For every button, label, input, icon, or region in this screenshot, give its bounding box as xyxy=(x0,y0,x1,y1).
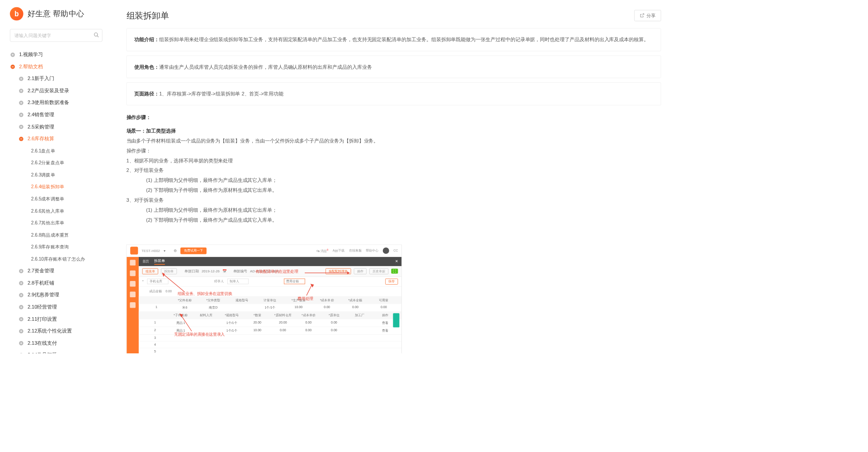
intro-text: 组装拆卸单用来处理企业组装或拆卸等加工业务，支持有固定装配清单的产品加工业务，也… xyxy=(159,37,649,43)
ss-tab-home: 首页 xyxy=(142,259,150,264)
arrow-icon xyxy=(178,314,199,333)
ss-annot-1: 有装配清单的在这里处理 xyxy=(255,269,298,274)
nav-label: 2.2产品安装及登录 xyxy=(28,88,69,94)
step-3-1: (1) 上部明细为父件明细，最终作为原材料生成其它出库单； xyxy=(127,205,661,215)
nav-label: 2.6.5成本调整单 xyxy=(31,196,64,202)
role-card: 使用角色：通常由生产人员或库管人员完成拆装业务的操作，库管人员确认原材料的出库和… xyxy=(127,55,661,78)
plus-icon xyxy=(19,76,24,82)
ss-parent-row: 1米6南京D1个/1个10.000.000.000.00 xyxy=(139,304,401,312)
minus-icon xyxy=(10,64,16,70)
logo-icon: b xyxy=(10,7,24,21)
nav-2-6-1[interactable]: 2.6.1盘点单 xyxy=(10,145,103,157)
nav-label: 2.6.6其他入库单 xyxy=(31,208,64,214)
nav-tree: 1.视频学习 2.帮助文档 2.1新手入门 2.2产品安装及登录 2.3使用前数… xyxy=(10,49,103,353)
step-2-1: (1) 上部明细为父件明细，最终作为产成品生成其它入库单； xyxy=(127,175,661,185)
nav-2-2[interactable]: 2.2产品安装及登录 xyxy=(10,85,103,97)
ss-trial-button: 免费试用一下 xyxy=(180,247,207,254)
nav-video[interactable]: 1.视频学习 xyxy=(10,49,103,61)
nav-2-6-4[interactable]: 2.6.4组装拆卸单 xyxy=(10,181,103,193)
main-content: 组装拆卸单 分享 功能介绍：组装拆卸单用来处理企业组装或拆卸等加工业务，支持有固… xyxy=(109,0,678,353)
brand-title: 好生意 帮助中心 xyxy=(28,9,84,19)
gear-icon: ⚙ xyxy=(174,249,177,253)
ss-expand-icon: ⛶ xyxy=(392,269,398,274)
nav-2-13[interactable]: 2.13在线支付 xyxy=(10,337,103,349)
nav-2-6-9[interactable]: 2.6.9库存账本查询 xyxy=(10,241,103,253)
nav-label: 2.12系统个性化设置 xyxy=(28,328,72,334)
nav-2-6-10[interactable]: 2.6.10库存账本错了怎么办 xyxy=(10,253,103,265)
nav-label: 2.6.8商品成本重算 xyxy=(31,232,69,238)
ss-child-row: 5 xyxy=(139,348,401,353)
svg-marker-22 xyxy=(162,272,165,276)
step-2-2: (2) 下部明细为子件明细，最终作为原材料生成其它出库单。 xyxy=(127,185,661,195)
plus-icon xyxy=(19,281,24,286)
search-icon[interactable] xyxy=(94,32,99,38)
doc-icon xyxy=(130,270,136,276)
nav-label: 1.视频学习 xyxy=(19,52,43,58)
nav-2-10[interactable]: 2.10经营管理 xyxy=(10,301,103,314)
arrow-icon xyxy=(160,272,189,294)
nav-label: 2.8手机旺铺 xyxy=(28,280,54,286)
nav-2-6-3[interactable]: 2.6.3调拨单 xyxy=(10,169,103,181)
search-input[interactable] xyxy=(10,29,103,42)
nav-2-6[interactable]: 2.6库存核算 xyxy=(10,133,103,145)
plus-icon xyxy=(19,88,24,94)
nav-label: 2.11打印设置 xyxy=(28,316,57,322)
ss-history-btn: 历史单据 xyxy=(369,268,388,274)
role-label: 使用角色： xyxy=(135,64,160,70)
ss-fee: 费用金额 xyxy=(284,279,305,285)
nav-2-5[interactable]: 2.5采购管理 xyxy=(10,121,103,133)
plus-icon xyxy=(10,52,16,58)
nav-label: 2.4销售管理 xyxy=(28,112,54,118)
nav-2-9[interactable]: 2.9优惠券管理 xyxy=(10,289,103,301)
nav-docs[interactable]: 2.帮助文档 xyxy=(10,61,103,73)
nav-2-1[interactable]: 2.1新手入门 xyxy=(10,73,103,85)
money-icon xyxy=(130,302,136,308)
nav-label: 2.14常见问题 xyxy=(28,352,57,353)
nav-2-6-8[interactable]: 2.6.8商品成本重算 xyxy=(10,229,103,241)
plus-icon xyxy=(19,292,24,298)
ss-handler-lbl: 经手人 xyxy=(214,279,224,284)
ss-app: App下载 xyxy=(333,248,345,253)
minus-icon xyxy=(19,136,24,142)
path-label: 页面路径： xyxy=(135,91,160,97)
nav-2-6-2[interactable]: 2.6.2分量盘点单 xyxy=(10,157,103,169)
nav-label: 2.9优惠券管理 xyxy=(28,292,59,298)
plus-icon xyxy=(19,340,24,346)
role-text: 通常由生产人员或库管人员完成拆装业务的操作，库管人员确认原材料的出库和产成品的入… xyxy=(159,64,372,70)
page-title: 组装拆卸单 xyxy=(127,10,169,21)
path-text: 1、库存核算->库存管理->组装拆卸单 2、首页->常用功能 xyxy=(159,91,283,97)
nav-2-11[interactable]: 2.11打印设置 xyxy=(10,313,103,325)
plus-icon xyxy=(19,328,24,334)
svg-line-23 xyxy=(307,285,312,295)
avatar-icon xyxy=(383,247,389,254)
ss-testid: TEST-H002 xyxy=(142,249,160,253)
ss-help: 帮助中心 xyxy=(366,248,378,253)
steps-sub: 操作步骤： xyxy=(127,146,661,156)
nav-label: 2.10经营管理 xyxy=(28,304,57,310)
nav-2-6-7[interactable]: 2.6.7其他出库单 xyxy=(10,217,103,229)
nav-label: 2.7资金管理 xyxy=(28,268,54,274)
nav-2-7[interactable]: 2.7资金管理 xyxy=(10,265,103,277)
arrow-icon xyxy=(305,270,351,275)
nav-2-4[interactable]: 2.4销售管理 xyxy=(10,109,103,121)
arrow-icon xyxy=(305,283,319,297)
nav-2-6-6[interactable]: 2.6.6其他入库单 xyxy=(10,205,103,217)
sidebar: b 好生意 帮助中心 1.视频学习 2.帮助文档 2.1新手入门 2.2产品安装… xyxy=(0,0,109,353)
intro-card: 功能介绍：组装拆卸单用来处理企业组装或拆卸等加工业务，支持有固定装配清单的产品加… xyxy=(127,29,661,51)
share-button[interactable]: 分享 xyxy=(634,10,661,21)
nav-label: 2.1新手入门 xyxy=(28,76,54,82)
svg-line-25 xyxy=(181,315,192,331)
ss-date: 2019-12-26 xyxy=(202,269,220,273)
scene-title: 场景一：加工类型选择 xyxy=(127,126,661,136)
plus-icon xyxy=(19,352,24,353)
nav-2-12[interactable]: 2.12系统个性化设置 xyxy=(10,325,103,338)
nav-label: 2.帮助文档 xyxy=(19,64,43,70)
nav-2-3[interactable]: 2.3使用前数据准备 xyxy=(10,97,103,109)
ss-topbar: TEST-H002 ▾ ⚙ 免费试用一下 🛍 消息0 App下载 在线客服 帮助… xyxy=(127,245,401,257)
ss-op-btn: 操作 xyxy=(354,268,367,274)
nav-2-14[interactable]: 2.14常见问题 xyxy=(10,349,103,353)
nav-2-8[interactable]: 2.8手机旺铺 xyxy=(10,277,103,290)
nav-2-6-5[interactable]: 2.6.5成本调整单 xyxy=(10,193,103,205)
ss-sidebar xyxy=(127,257,139,353)
nav-label: 2.6.4组装拆卸单 xyxy=(31,184,64,190)
